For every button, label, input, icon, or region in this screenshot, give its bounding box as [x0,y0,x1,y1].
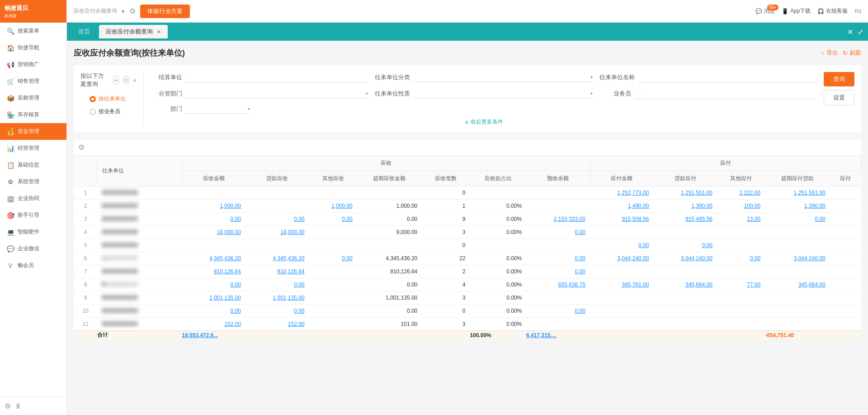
th-prepay: 预收余额 [526,171,590,186]
footer-label: 合计 [97,331,182,339]
th-no [74,156,97,186]
sidebar-item-label: 快捷导航 [18,44,39,52]
filter-header-text: 按以下方案查询 [80,72,109,88]
partner-nature-input[interactable]: ▾ [414,89,592,98]
sidebar-item-inventory[interactable]: 🏪 库存核算 [0,106,66,123]
basic-info-icon: 📋 [7,162,14,169]
wechat-icon: 💬 [7,245,14,253]
export-label: 导出 [826,49,838,57]
sidebar-item-label: 新手引导 [18,211,39,219]
notice-btn[interactable]: 💬 消息 99+ [755,7,775,15]
app-download-btn[interactable]: 📱 App下载 [782,7,811,15]
table-row: 10XXXXXXXXXX0.000.000.0000.00%0.00 [74,305,861,318]
branch-dept-input[interactable]: ▾ [186,89,368,98]
th-ar-ratio: 应收款占比 [470,171,526,186]
schema-option-by-salesman[interactable]: 按业务员 [90,106,137,117]
partner-category-input[interactable]: ▾ [414,73,592,82]
settlement-unit-input[interactable]: ··· [186,72,368,83]
sidebar-item-label: 系统管理 [18,178,39,186]
row-no: 4 [74,226,97,239]
row-partner: XXXXXXXXXX [97,265,182,278]
sidebar-item-guide[interactable]: 🎯 新手引导 [0,207,66,224]
th-ar-overdue: 超期应收金额 [357,171,422,186]
row-no: 9 [74,291,97,305]
sidebar-item-system[interactable]: ⚙ 系统管理 [0,173,66,190]
sidebar-item-operations[interactable]: 📊 经营管理 [0,140,66,157]
service-btn[interactable]: 🎧 在线客服 [817,7,848,15]
main-content: 应收应付余额查询 ▾ ⚙ 体验行业方案 💬 消息 99+ 📱 App下载 🎧 在… [67,0,868,415]
row-no: 1 [74,186,97,200]
filter-header: 按以下方案查询 + ⊙ « [80,72,137,88]
collapse-more-btn[interactable]: ∧ 收起更多条件 [151,118,817,126]
sidebar-item-marketing[interactable]: 📢 营销推广 [0,56,66,73]
footer-ar-amount[interactable]: 19,553,472.6... [182,331,245,339]
th-ap-group: 应付 [590,156,861,171]
schema-option-by-partner[interactable]: 按往来单位 [90,94,137,104]
refresh-button[interactable]: ↻ 刷新 [843,49,861,57]
filter-group-salesman: 业务员 ··· [599,88,817,99]
filter-schema-button[interactable]: ⊙ [123,76,130,85]
tab-expand-icon[interactable]: ⤢ [858,28,863,36]
settlement-label: 结算单位 [151,73,182,81]
column-group-row: 往来单位 应收 应付 [74,156,861,171]
guide-icon: 🎯 [7,212,14,219]
sidebar-item-wechat[interactable]: 💬 企业微信 [0,240,66,257]
sidebar-item-finance[interactable]: 💰 资金管理 [0,123,66,140]
row-no: 11 [74,318,97,331]
sidebar-item-label: 智能硬件 [18,228,39,236]
tab-home[interactable]: 首页 [71,25,97,38]
sidebar-item-basic-info[interactable]: 📋 基础信息 [0,157,66,173]
filter-add-button[interactable]: + [113,76,119,85]
schema-radio-active [90,96,96,102]
sidebar-item-enterprise[interactable]: 🏢 企业协同 [0,190,66,207]
footer-prepay[interactable]: 6,417,215.... [526,331,590,339]
schema-by-partner-label: 按往来单位 [99,95,126,103]
dept-input[interactable]: ▾ [186,105,250,114]
page-header: 应收应付余额查询(按往来单位) ↑ 导出 ↻ 刷新 [74,48,861,58]
query-button[interactable]: 查询 [824,72,854,86]
salesman-input[interactable]: ··· [635,88,817,99]
marketing-icon: 📢 [7,61,14,68]
th-ap-other: 其他应付 [717,171,765,186]
sidebar-item-purchase[interactable]: 📦 采购管理 [0,90,66,106]
solution-button[interactable]: 体验行业方案 [140,5,190,18]
sidebar-item-vip[interactable]: V 畅会员 [0,257,66,274]
data-table: 往来单位 应收 应付 应收金额 贷款应收 其他应收 超期应收金额 应收笔数 应收… [74,156,861,339]
partner-name-input[interactable] [638,72,817,83]
sidebar-item-label: 搜索菜单 [18,27,39,35]
table-body: 1XXXXXXXXXX01,252,773.001,251,551.001,22… [74,186,861,331]
tab-ar-ap[interactable]: 应收应付余额查询 ✕ [99,25,168,38]
tab-close-icon[interactable]: ✕ [157,29,161,34]
topbar-dropdown-btn[interactable]: ▾ [122,8,125,15]
sidebar-settings-icon[interactable]: ⚙ [5,402,11,410]
export-button[interactable]: ↑ 导出 [822,49,839,57]
finance-icon: 💰 [7,128,14,135]
table-settings-icon[interactable]: ⚙ [78,143,85,152]
filter-group-partner-nature: 往来单位性质 ▾ [375,89,592,98]
row-no: 3 [74,213,97,226]
th-ap-loan: 贷款应付 [653,171,717,186]
vip-icon: V [7,262,14,269]
sidebar-item-quick-nav[interactable]: 🏠 快捷导航 [0,39,66,56]
schema-by-salesman-label: 按业务员 [99,108,120,115]
sidebar-item-search-menu[interactable]: 🔍 搜索菜单 [0,23,66,39]
sidebar-item-sales[interactable]: 🛒 销售管理 [0,73,66,90]
system-icon: ⚙ [7,178,14,186]
row-partner: XXXXXXXXXX [97,226,182,239]
sidebar-item-smart-hw[interactable]: 💻 智能硬件 [0,224,66,240]
home-icon: 🏠 [7,44,14,52]
sidebar-item-label: 基础信息 [18,161,39,169]
column-headers-row: 应收金额 贷款应收 其他应收 超期应收金额 应收笔数 应收款占比 预收余额 应付… [74,171,861,186]
topbar-gear-icon[interactable]: ⚙ [129,7,136,15]
dept-label: 部门 [151,105,182,113]
set-button[interactable]: 设置 [824,90,854,105]
th-ar-group: 应收 [182,156,590,171]
row-no: 2 [74,200,97,213]
filter-collapse-button[interactable]: « [133,76,137,84]
sidebar-collapse-icon[interactable]: ⏸ [14,402,22,410]
table-row: 4XXXXXXXXXX18,000.0018,000.009,000.0030.… [74,226,861,239]
sidebar-item-label: 采购管理 [18,94,39,102]
service-label: 在线客服 [826,7,848,15]
th-ap-overdue: 超期应付贷款 [765,171,830,186]
tab-close-all-icon[interactable]: ✕ [847,28,853,36]
